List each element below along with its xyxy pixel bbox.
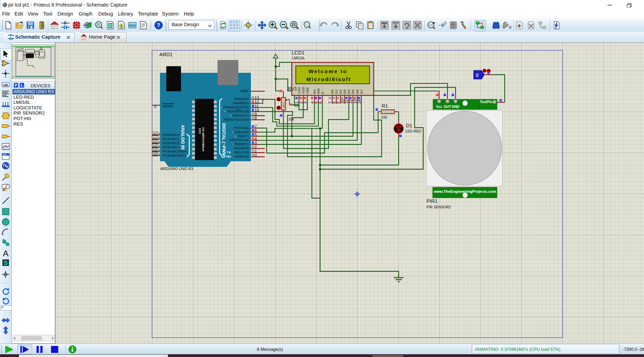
- svg-text:LED-RED: LED-RED: [405, 129, 422, 133]
- svg-text:12: 12: [349, 99, 353, 103]
- svg-text:PC3/ADC3: PC3/ADC3: [163, 145, 179, 149]
- svg-text:D7: D7: [360, 89, 363, 94]
- svg-text:3: 3: [303, 101, 307, 103]
- svg-text:98%: 98%: [282, 102, 285, 108]
- svg-text:A0: A0: [153, 132, 157, 136]
- svg-text:VEE: VEE: [305, 87, 309, 94]
- svg-text:PD4/T0/XCK: PD4/T0/XCK: [230, 138, 249, 142]
- svg-text:PIR1: PIR1: [426, 198, 437, 204]
- svg-text:1121: 1121: [198, 128, 201, 134]
- svg-text:PC4/ADC4/SDA: PC4/ADC4/SDA: [163, 149, 187, 153]
- svg-text:6: 6: [255, 128, 257, 132]
- svg-text:D0: D0: [330, 89, 334, 94]
- svg-text:D3: D3: [343, 89, 346, 94]
- svg-text:A: A: [509, 25, 511, 30]
- svg-text:10k: 10k: [288, 117, 294, 121]
- svg-text:D1: D1: [334, 89, 338, 94]
- svg-text:4: 4: [255, 137, 257, 141]
- svg-text:RX: RX: [227, 155, 231, 158]
- svg-text:4: 4: [310, 101, 314, 103]
- svg-text:13: 13: [353, 99, 357, 103]
- svg-text:ARD1: ARD1: [159, 52, 173, 57]
- svg-text:0: 0: [476, 72, 479, 78]
- svg-text:www.TheEngineeringProjects.com: www.TheEngineeringProjects.com: [433, 189, 496, 194]
- svg-text:A5: A5: [153, 152, 157, 156]
- svg-text:Vcc: Vcc: [436, 105, 442, 109]
- svg-text:~ PB2/SS/OC1B: ~ PB2/SS/OC1B: [224, 109, 249, 113]
- svg-text:8: 8: [255, 116, 257, 120]
- svg-text:0: 0: [255, 153, 257, 157]
- svg-text:PD0/RXD: PD0/RXD: [234, 155, 249, 158]
- svg-text:TestPin: TestPin: [480, 100, 492, 104]
- svg-text:~PD3/INT1: ~PD3/INT1: [232, 142, 249, 146]
- svg-text:GND: GND: [452, 105, 459, 109]
- svg-text:A1: A1: [153, 136, 157, 140]
- svg-text:13: 13: [255, 96, 259, 100]
- svg-text:ATMEGA328P-PU: ATMEGA328P-PU: [202, 127, 205, 151]
- svg-text:~ PD5/T1: ~ PD5/T1: [234, 134, 249, 138]
- svg-text:D2: D2: [339, 89, 342, 94]
- svg-text:7: 7: [328, 101, 332, 103]
- svg-text:7: 7: [255, 124, 257, 128]
- svg-text:TX: TX: [227, 150, 231, 154]
- svg-text:PD7/AIN1: PD7/AIN1: [234, 126, 249, 130]
- svg-text:~PD6/AIN0: ~PD6/AIN0: [232, 130, 249, 134]
- svg-text:PD1/TXD: PD1/TXD: [235, 150, 249, 154]
- svg-text:9: 9: [255, 112, 257, 116]
- svg-text:5: 5: [255, 132, 257, 137]
- svg-text:9: 9: [336, 101, 340, 103]
- svg-text:PC0/ADC0: PC0/ADC0: [163, 133, 179, 137]
- svg-text:10: 10: [255, 108, 259, 112]
- svg-text:PB5/SCK: PB5/SCK: [235, 97, 249, 101]
- svg-text:A3: A3: [153, 144, 157, 148]
- svg-text:P: P: [15, 83, 17, 87]
- svg-text:1: 1: [295, 101, 299, 103]
- svg-text:2: 2: [299, 101, 303, 103]
- svg-text:~ PB1/OC1A: ~ PB1/OC1A: [230, 113, 249, 117]
- svg-text:RV1: RV1: [288, 86, 297, 91]
- svg-text:Welcome to: Welcome to: [309, 68, 348, 74]
- svg-text:D6: D6: [355, 89, 359, 94]
- svg-text:DIGITAL (~PWM): DIGITAL (~PWM): [221, 123, 227, 158]
- svg-text:3: 3: [255, 141, 257, 145]
- svg-text:S: S: [4, 260, 8, 266]
- svg-text:PD2/INT0: PD2/INT0: [234, 146, 249, 150]
- svg-text:330: 330: [381, 115, 387, 119]
- svg-text:RW: RW: [316, 88, 320, 94]
- svg-text:PIR SENSOR2: PIR SENSOR2: [426, 205, 451, 209]
- svg-text:RS: RS: [313, 89, 316, 94]
- svg-text:PB4/MISO: PB4/MISO: [233, 101, 249, 105]
- svg-text:11: 11: [255, 104, 259, 108]
- svg-text:PC1/ADC1: PC1/ADC1: [163, 137, 179, 141]
- svg-text:VSS: VSS: [297, 87, 301, 94]
- svg-text:A2: A2: [153, 140, 157, 143]
- svg-text:ARDUINO UNO R3: ARDUINO UNO R3: [160, 167, 193, 171]
- svg-text:LBL: LBL: [3, 83, 9, 87]
- svg-text:Microdi9isoft: Microdi9isoft: [306, 76, 351, 82]
- svg-text:5: 5: [314, 101, 318, 103]
- svg-text:11: 11: [344, 100, 349, 103]
- svg-text:OUT: OUT: [444, 105, 451, 109]
- svg-text:VDD: VDD: [301, 87, 305, 94]
- svg-text:$: $: [120, 24, 123, 29]
- svg-text:12: 12: [255, 100, 259, 104]
- svg-text:A4: A4: [153, 148, 157, 152]
- svg-text:D1: D1: [406, 123, 413, 128]
- svg-text:PC2/ADC2: PC2/ADC2: [163, 141, 179, 145]
- svg-text:14: 14: [357, 99, 361, 103]
- svg-text:LCD1: LCD1: [292, 50, 304, 56]
- svg-text:ANALOG IN: ANALOG IN: [180, 125, 185, 150]
- svg-text:RESET: RESET: [163, 104, 174, 108]
- svg-text:6: 6: [318, 101, 322, 103]
- svg-text:?: ?: [157, 22, 160, 28]
- svg-text:8: 8: [332, 101, 336, 103]
- svg-text:10: 10: [340, 99, 344, 103]
- svg-text:D4: D4: [347, 89, 351, 94]
- svg-text:PC5/ADC5/SCL: PC5/ADC5/SCL: [163, 153, 187, 157]
- svg-text:~PB3/MOSI/OC2A: ~PB3/MOSI/OC2A: [221, 105, 249, 109]
- svg-text:2: 2: [255, 145, 257, 149]
- svg-text:E: E: [321, 91, 324, 94]
- svg-text:LM016L: LM016L: [292, 56, 305, 60]
- svg-text:A: A: [3, 249, 8, 258]
- svg-text:L: L: [21, 83, 23, 87]
